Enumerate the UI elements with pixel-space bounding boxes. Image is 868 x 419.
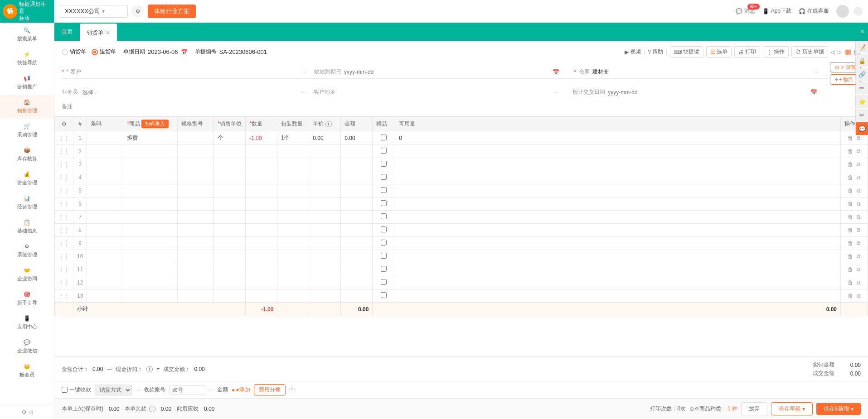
copy-row-icon[interactable]: ⧉ bbox=[857, 266, 861, 273]
radio-sales-order[interactable]: 销货单 bbox=[62, 48, 86, 56]
select-action[interactable]: ☰ 选单 bbox=[706, 46, 732, 58]
td-barcode[interactable] bbox=[87, 131, 123, 145]
gift-checkbox[interactable] bbox=[381, 226, 387, 232]
help-action[interactable]: ? 帮助 bbox=[648, 48, 663, 56]
sidebar-item-enterprise[interactable]: 🤝 企业协同 bbox=[0, 263, 54, 287]
save-new-button[interactable]: 保存&新增 ▾ bbox=[816, 403, 861, 415]
td-barcode[interactable] bbox=[87, 289, 123, 303]
td-unit[interactable] bbox=[214, 211, 246, 224]
td-amount[interactable] bbox=[341, 224, 373, 237]
gift-checkbox[interactable] bbox=[381, 253, 387, 259]
td-price[interactable]: 0.00 bbox=[309, 131, 341, 145]
discount-info-icon[interactable]: i bbox=[146, 366, 153, 372]
row-drag-handle[interactable]: ⋮⋮ bbox=[58, 201, 69, 207]
td-qty[interactable] bbox=[246, 263, 277, 276]
sidebar-item-app-center[interactable]: 📱 应用中心 bbox=[0, 311, 54, 335]
account-dots[interactable]: ··· bbox=[209, 387, 213, 393]
copy-row-icon[interactable]: ⧉ bbox=[857, 188, 861, 194]
delete-row-icon[interactable]: 🗑 bbox=[848, 293, 853, 299]
ops-action[interactable]: ⋮ 操作 bbox=[763, 46, 789, 58]
td-product[interactable] bbox=[123, 237, 178, 250]
td-amount[interactable] bbox=[341, 237, 373, 250]
td-qty[interactable] bbox=[246, 289, 277, 303]
td-amount[interactable] bbox=[341, 211, 373, 224]
td-amount[interactable] bbox=[341, 145, 373, 158]
td-product[interactable] bbox=[123, 211, 178, 224]
td-barcode[interactable] bbox=[87, 158, 123, 171]
avatar[interactable] bbox=[836, 5, 849, 18]
td-spec[interactable] bbox=[178, 237, 214, 250]
delete-row-icon[interactable]: 🗑 bbox=[848, 161, 853, 168]
td-amount[interactable] bbox=[341, 250, 373, 263]
gift-checkbox[interactable] bbox=[381, 174, 387, 180]
recv-date-input[interactable] bbox=[344, 69, 550, 75]
row-drag-handle[interactable]: ⋮⋮ bbox=[58, 279, 69, 286]
delete-row-icon[interactable]: 🗑 bbox=[848, 279, 853, 286]
tab-home[interactable]: 首页 bbox=[54, 23, 80, 41]
td-product[interactable] bbox=[123, 197, 178, 211]
customer-addr-input[interactable] bbox=[338, 89, 551, 96]
td-spec[interactable] bbox=[178, 250, 214, 263]
gift-checkbox[interactable] bbox=[381, 148, 387, 154]
td-pkg-qty[interactable]: 1个 bbox=[277, 131, 309, 145]
delete-row-icon[interactable]: 🗑 bbox=[848, 214, 853, 220]
td-price[interactable] bbox=[309, 224, 341, 237]
td-unit[interactable] bbox=[214, 145, 246, 158]
copy-row-icon[interactable]: ⧉ bbox=[857, 227, 861, 233]
td-price[interactable] bbox=[309, 263, 341, 276]
expected-calendar-icon[interactable]: 📅 bbox=[810, 89, 817, 96]
td-amount[interactable] bbox=[341, 171, 373, 184]
copy-row-icon[interactable]: ⧉ bbox=[857, 279, 861, 286]
td-spec[interactable] bbox=[178, 158, 214, 171]
trial-button[interactable]: 体验行业方案 bbox=[148, 5, 196, 18]
account-input[interactable] bbox=[169, 385, 205, 395]
td-pkg-qty[interactable] bbox=[277, 224, 309, 237]
td-product[interactable] bbox=[123, 276, 178, 289]
column-settings-icon[interactable]: ⚙ bbox=[62, 121, 67, 127]
warehouse-dots[interactable]: ··· bbox=[815, 69, 819, 75]
td-amount[interactable] bbox=[341, 263, 373, 276]
td-barcode[interactable] bbox=[87, 276, 123, 289]
copy-row-icon[interactable]: ⧉ bbox=[857, 148, 861, 154]
td-unit[interactable] bbox=[214, 197, 246, 211]
row-drag-handle[interactable]: ⋮⋮ bbox=[58, 253, 69, 260]
td-unit[interactable] bbox=[214, 276, 246, 289]
td-product[interactable] bbox=[123, 263, 178, 276]
delete-row-icon[interactable]: 🗑 bbox=[848, 266, 853, 273]
sidebar-item-wechat[interactable]: 💬 企业微信 bbox=[0, 335, 54, 359]
side-tool-notes[interactable]: 📝 bbox=[855, 41, 868, 53]
td-pkg-qty[interactable] bbox=[277, 263, 309, 276]
td-product[interactable] bbox=[123, 224, 178, 237]
save-draft-button[interactable]: 保存草稿 ▾ bbox=[771, 402, 813, 415]
app-download-button[interactable]: 📱 App下载 bbox=[762, 7, 791, 15]
td-pkg-qty[interactable] bbox=[277, 197, 309, 211]
td-unit[interactable] bbox=[214, 224, 246, 237]
td-pkg-qty[interactable] bbox=[277, 184, 309, 197]
copy-row-icon[interactable]: ⧉ bbox=[857, 161, 861, 168]
td-qty[interactable] bbox=[246, 171, 277, 184]
copy-row-icon[interactable]: ⧉ bbox=[857, 253, 861, 260]
row-drag-handle[interactable]: ⋮⋮ bbox=[58, 240, 69, 246]
sidebar-settings[interactable]: ⚙ ◁ bbox=[0, 405, 54, 419]
td-amount[interactable] bbox=[341, 276, 373, 289]
row-drag-handle[interactable]: ⋮⋮ bbox=[58, 293, 69, 299]
td-qty[interactable] bbox=[246, 158, 277, 171]
td-barcode[interactable] bbox=[87, 145, 123, 158]
sidebar-item-sales[interactable]: 🏠 销售管理 bbox=[0, 95, 54, 119]
gift-checkbox[interactable] bbox=[381, 279, 387, 285]
calendar-icon[interactable]: 📅 bbox=[181, 49, 188, 55]
td-qty[interactable] bbox=[246, 197, 277, 211]
td-barcode[interactable] bbox=[87, 237, 123, 250]
sidebar-item-purchase[interactable]: 🛒 采购管理 bbox=[0, 119, 54, 143]
td-qty[interactable] bbox=[246, 237, 277, 250]
salesman-input[interactable] bbox=[82, 89, 299, 96]
copy-row-icon[interactable]: ⧉ bbox=[857, 214, 861, 220]
td-spec[interactable] bbox=[178, 289, 214, 303]
nav-prev-icon[interactable]: ◁ bbox=[831, 49, 835, 55]
discard-button[interactable]: 放弃 bbox=[741, 402, 767, 415]
side-tool-link[interactable]: 🔗 bbox=[855, 68, 868, 81]
td-amount[interactable] bbox=[341, 184, 373, 197]
td-barcode[interactable] bbox=[87, 211, 123, 224]
row-drag-handle[interactable]: ⋮⋮ bbox=[58, 148, 69, 154]
td-product[interactable] bbox=[123, 145, 178, 158]
